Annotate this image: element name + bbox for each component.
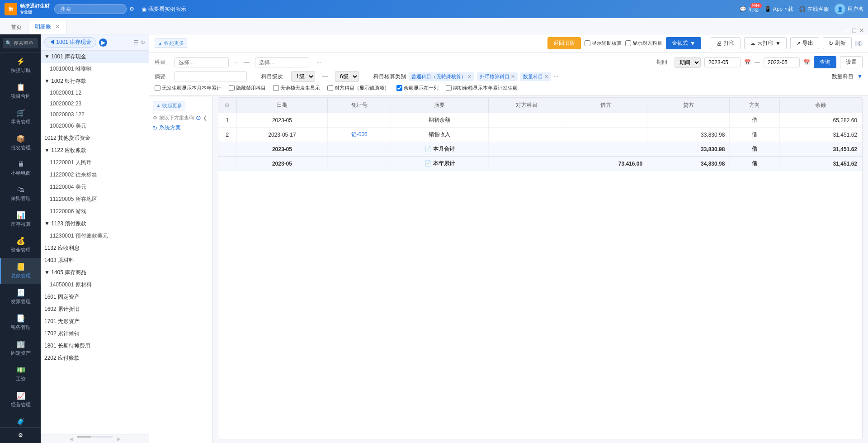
hide-disabled-checkbox[interactable]: 隐藏禁用科目 [229, 85, 266, 91]
tree-node-10020001[interactable]: 10020001 12 [41, 87, 149, 98]
close-window-button[interactable]: ✕ [859, 27, 864, 34]
back-old-version-button[interactable]: 返回旧版 [547, 37, 581, 49]
period-calendar-icon[interactable]: 📅 [744, 59, 751, 66]
tree-node-1403[interactable]: 1403 原材料 [41, 254, 149, 267]
table-row[interactable]: 2023-05📄本年累计73,416.0034,830.98借31,451.62 [218, 157, 862, 171]
subject-input[interactable] [175, 57, 229, 67]
demo-link[interactable]: ◉ 我要看实例演示 [142, 5, 186, 13]
sidebar-item-capital[interactable]: 💰 资金管理 [0, 232, 41, 258]
period-start-input[interactable] [704, 57, 741, 67]
table-row[interactable]: 12023-05期初余额借65,282.60 [218, 113, 862, 128]
collapse-more-button[interactable]: ▲ 收起更多 [155, 38, 187, 48]
tree-node-11230001[interactable]: 11230001 预付账款美元 [41, 230, 149, 242]
tag-remove-quantity[interactable]: ✕ [544, 74, 548, 80]
tree-filter-icon[interactable]: ☰ [134, 39, 139, 46]
show-aux-checkbox[interactable]: 显示辅助核算 [585, 40, 622, 47]
sidebar-item-inventory[interactable]: 📊 库存核算 [0, 206, 41, 232]
tree-node-14050001[interactable]: 14050001 原材料 [41, 279, 149, 291]
query-settings-icon[interactable]: ⊙ [196, 114, 201, 121]
tree-node-11220002[interactable]: 11220002 往来标签 [41, 169, 149, 181]
tree-node-1122[interactable]: ▼ 1122 应收账款 [41, 144, 149, 157]
tree-nav-icon[interactable]: ▶ [99, 38, 107, 47]
sidebar-item-salary[interactable]: 💵 工资 [0, 361, 41, 387]
tree-scroll-right[interactable]: ▶ [117, 436, 121, 442]
user-avatar[interactable]: 👤 用户名 [835, 4, 863, 14]
sidebar-item-purchase[interactable]: 🛍 采购管理 [0, 181, 41, 206]
no-balance-checkbox[interactable]: 无发生额显示本月本年累计 [155, 85, 222, 91]
sidebar-item-operation[interactable]: 📈 经营管理 [0, 387, 41, 413]
period-type-select[interactable]: 期间 [675, 57, 701, 68]
tree-node-10020003[interactable]: 10020003 122 [41, 109, 149, 120]
query-button[interactable]: 查询 [814, 56, 836, 68]
tree-refresh-icon[interactable]: ↻ [141, 39, 145, 46]
tree-node-10020002[interactable]: 10020002 23 [41, 98, 149, 109]
table-row[interactable]: 22023-05-17记-006销售收入33,830.98借31,451.62 [218, 128, 862, 142]
mode-selector[interactable]: 金额式 ▼ [666, 37, 701, 49]
system-schema-option[interactable]: ↻ 系统方案 [153, 124, 208, 132]
period-end-input[interactable] [764, 57, 800, 67]
sidebar-item-quick-nav[interactable]: ⚡ 快捷导航 [0, 52, 41, 78]
counterpart-show-checkbox[interactable]: 对方科目（显示辅助项） [327, 85, 389, 91]
tree-node-1132[interactable]: 1132 应收利息 [41, 242, 149, 254]
sidebar-settings[interactable]: ⚙ [0, 427, 41, 443]
app-download-button[interactable]: 📱 App下载 [764, 5, 793, 13]
show-counterpart-checkbox[interactable]: 显示对方科目 [625, 40, 662, 47]
sidebar-item-ledger[interactable]: 📒 总账管理 [0, 258, 41, 284]
initial-balance-checkbox[interactable]: 期初余额显示本年累计发生额 [446, 85, 518, 91]
top-search-input[interactable] [54, 4, 127, 14]
tree-node-1405[interactable]: ▼ 1405 库存商品 [41, 267, 149, 279]
tab-ledger[interactable]: 明细账 ✕ [28, 20, 66, 34]
selected-account-tag[interactable]: ◀ 1001 库存现金 [44, 37, 96, 48]
tree-node-1702[interactable]: 1702 累计摊销 [41, 328, 149, 340]
table-row[interactable]: 2023-05📄本月合计33,830.98借31,451.62 [218, 142, 862, 157]
no-balance-show-checkbox[interactable]: 无余额无发生显示 [273, 85, 320, 91]
sidebar-item-project[interactable]: 📋 项目合同 [0, 78, 41, 104]
tag-remove-foreign[interactable]: ✕ [511, 74, 515, 80]
tag-remove-normal[interactable]: ✕ [467, 74, 472, 80]
level-start-select[interactable]: 1级2级3级 [291, 71, 315, 82]
tab-home[interactable]: 首页 [5, 21, 28, 34]
settings-button[interactable]: ⚙ [127, 5, 137, 13]
sidebar-item-ecommerce[interactable]: 🖥 小畅电商 [0, 156, 41, 181]
expand-btn[interactable]: ▲ 收起更多 [153, 101, 185, 110]
sidebar-item-tax[interactable]: 📑 税务管理 [0, 310, 41, 335]
maximize-button[interactable]: □ [853, 27, 856, 34]
tree-node-1801[interactable]: 1801 长期待摊费用 [41, 340, 149, 352]
col-gear-icon[interactable]: ⚙ [224, 102, 230, 109]
tree-node-2202[interactable]: 2202 应付账款 [41, 352, 149, 364]
sidebar-item-expense[interactable]: 🧳 小畅报销 [0, 413, 41, 427]
tree-node-11220004[interactable]: 11220004 美元 [41, 181, 149, 193]
quantity-dropdown[interactable]: ▼ [857, 73, 863, 80]
sidebar-item-wholesale[interactable]: 📦 批发管理 [0, 130, 41, 156]
settings-btn[interactable]: 设置 [840, 56, 863, 68]
online-service-button[interactable]: 🎧 在线客服 [799, 5, 829, 13]
minimize-button[interactable]: — [844, 27, 850, 34]
summary-input[interactable] [175, 71, 247, 81]
tree-node-10010001[interactable]: 10010001 咻咻咻 [41, 63, 149, 75]
message-button[interactable]: 💬 消息 99+ [740, 5, 759, 13]
sidebar-item-invoice[interactable]: 🧾 发票管理 [0, 284, 41, 310]
tree-node-1701[interactable]: 1701 无形资产 [41, 315, 149, 328]
sidebar-item-retail[interactable]: 🛒 零售管理 [0, 104, 41, 130]
tree-node-1002[interactable]: ▼ 1002 银行存款 [41, 75, 149, 87]
right-panel-collapse[interactable]: ❮ [855, 41, 863, 46]
period-calendar-icon2[interactable]: 📅 [803, 59, 810, 66]
tree-node-10020006[interactable]: 10020006 美元 [41, 120, 149, 132]
tree-node-1123[interactable]: ▼ 1123 预付账款 [41, 218, 149, 230]
refresh-button[interactable]: ↻ 刷新 [823, 37, 852, 49]
cloud-print-button[interactable]: ☁ 云打印 ▼ [744, 37, 787, 49]
tree-node-11220005[interactable]: 11220005 所在地区 [41, 193, 149, 205]
tree-node-11220001[interactable]: 11220001 人民币 [41, 157, 149, 169]
subject-input-end[interactable] [255, 57, 309, 67]
tree-node-1602[interactable]: 1602 累计折旧 [41, 303, 149, 315]
tree-scroll-left[interactable]: ◀ [69, 436, 73, 442]
col-settings[interactable]: ⚙ [218, 98, 236, 113]
tree-node-1001[interactable]: ▼ 1001 库存现金 [41, 51, 149, 63]
tree-node-1012[interactable]: 1012 其他货币资金 [41, 132, 149, 144]
print-button[interactable]: 🖨 打印 [711, 37, 741, 49]
cell-voucher[interactable]: 记-006 [328, 128, 391, 142]
tree-node-1601[interactable]: 1601 固定资产 [41, 291, 149, 303]
query-collapse-icon[interactable]: ❮ [203, 115, 207, 121]
tab-close-icon[interactable]: ✕ [55, 24, 60, 30]
sidebar-item-assets[interactable]: 🏢 固定资产 [0, 335, 41, 361]
